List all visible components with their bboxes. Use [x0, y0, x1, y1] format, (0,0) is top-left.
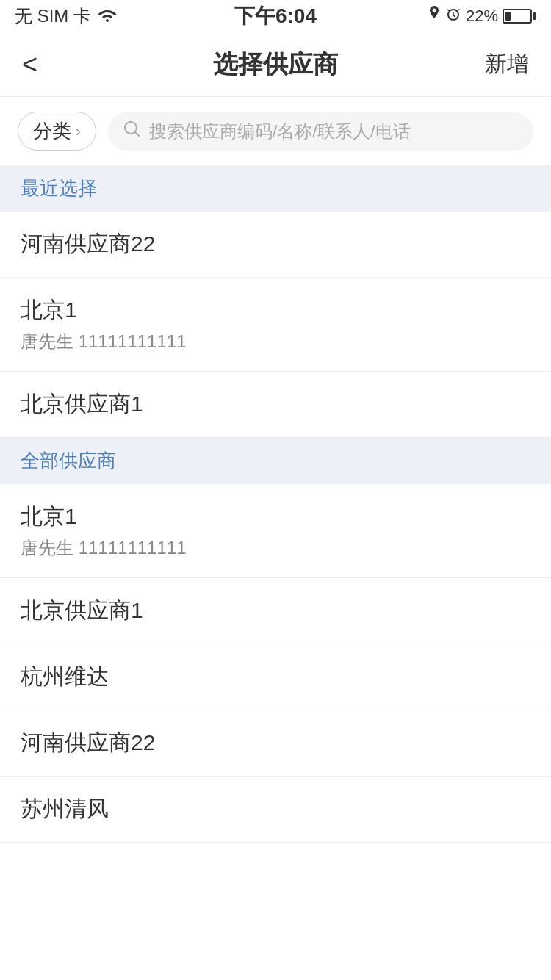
recent-items-list: 河南供应商22北京1唐先生 11111111111北京供应商1 — [0, 212, 551, 438]
status-right: 22% — [428, 6, 536, 26]
status-time: 下午6:04 — [234, 2, 317, 30]
all-section-header: 全部供应商 — [0, 438, 551, 484]
search-icon — [123, 120, 142, 143]
status-carrier-wifi: 无 SIM 卡 — [15, 4, 118, 28]
search-input[interactable] — [149, 121, 519, 142]
add-button[interactable]: 新增 — [485, 49, 529, 79]
list-item-name: 河南供应商22 — [21, 728, 530, 758]
list-item[interactable]: 河南供应商22 — [0, 710, 551, 777]
search-box — [108, 112, 533, 151]
list-item-name: 杭州维达 — [21, 662, 530, 692]
category-label: 分类 — [33, 118, 71, 144]
battery-percentage: 22% — [466, 7, 498, 26]
list-item-sub: 唐先生 11111111111 — [21, 536, 530, 560]
nav-bar: < 选择供应商 新增 — [0, 32, 551, 97]
list-item-name: 苏州清风 — [21, 794, 530, 824]
list-item-name: 北京供应商1 — [21, 389, 530, 419]
alarm-icon — [445, 6, 461, 26]
list-item[interactable]: 北京1唐先生 11111111111 — [0, 278, 551, 372]
battery-icon — [503, 9, 536, 24]
chevron-right-icon: › — [76, 123, 81, 140]
status-bar: 无 SIM 卡 下午6:04 22% — [0, 0, 551, 32]
list-item[interactable]: 北京1唐先生 11111111111 — [0, 484, 551, 578]
list-item-name: 北京1 — [21, 502, 530, 532]
list-item[interactable]: 北京供应商1 — [0, 372, 551, 438]
location-icon — [428, 6, 441, 26]
list-item[interactable]: 苏州清风 — [0, 777, 551, 843]
carrier-label: 无 SIM 卡 — [15, 4, 91, 28]
list-item-name: 北京供应商1 — [21, 596, 530, 626]
list-item[interactable]: 杭州维达 — [0, 644, 551, 710]
category-filter-button[interactable]: 分类 › — [18, 112, 96, 151]
list-item[interactable]: 河南供应商22 — [0, 212, 551, 278]
list-item-name: 北京1 — [21, 295, 530, 325]
recent-section-label: 最近选择 — [21, 177, 97, 199]
list-item[interactable]: 北京供应商1 — [0, 578, 551, 644]
list-item-name: 河南供应商22 — [21, 229, 530, 259]
filter-bar: 分类 › — [0, 97, 551, 165]
all-items-list: 北京1唐先生 11111111111北京供应商1杭州维达河南供应商22苏州清风 — [0, 484, 551, 843]
page-title: 选择供应商 — [213, 48, 338, 82]
back-button[interactable]: < — [22, 49, 66, 80]
wifi-icon — [97, 6, 118, 26]
list-item-sub: 唐先生 11111111111 — [21, 330, 530, 353]
all-section-label: 全部供应商 — [21, 450, 116, 472]
recent-section-header: 最近选择 — [0, 165, 551, 212]
